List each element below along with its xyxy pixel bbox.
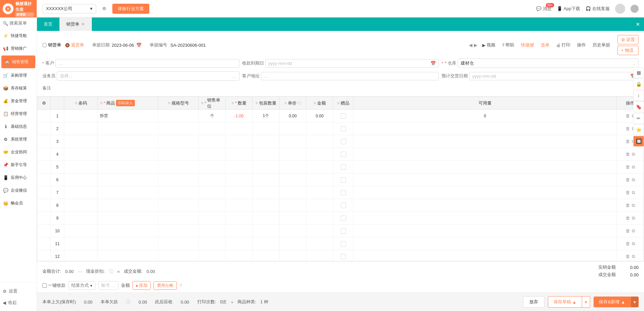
discount-info-icon[interactable]: ⓘ xyxy=(109,268,113,274)
expense-split-btn[interactable]: 费用分摊 xyxy=(153,281,177,290)
trial-btn[interactable]: 体验行业方案 xyxy=(112,4,149,14)
sidebar-item-operations[interactable]: 📋 经营管理 xyxy=(0,107,37,120)
sidebar-item-purchase[interactable]: 🛒 采购管理 xyxy=(0,69,37,82)
expected-date-input[interactable]: yyyy-mm-dd 📅 xyxy=(469,72,639,80)
message-btn[interactable]: 💬 消息 99+ xyxy=(536,6,552,12)
warehouse-input[interactable]: 建材仓 ... xyxy=(458,59,639,68)
td-price-1[interactable]: 0.00 xyxy=(279,110,306,122)
right-tool-bookmark[interactable]: 🔖 xyxy=(633,102,644,112)
copy-row-icon[interactable]: ⧉ xyxy=(632,190,635,195)
due-date-calendar-icon[interactable]: 📅 xyxy=(430,61,436,66)
sidebar-collapse-btn[interactable]: ◀ 收起 xyxy=(0,297,37,308)
td-barcode-1[interactable] xyxy=(64,110,98,122)
delete-row-icon[interactable]: 🗑 xyxy=(626,113,630,118)
avatar-2[interactable] xyxy=(631,5,639,13)
tab-home[interactable]: 首页 xyxy=(37,17,60,31)
add-payment-btn[interactable]: ● 添加 xyxy=(132,281,151,290)
copy-row-icon[interactable]: ⧉ xyxy=(632,228,635,234)
td-unit-1[interactable]: 个 xyxy=(199,110,226,122)
copy-row-icon[interactable]: ⧉ xyxy=(632,152,635,157)
sidebar-item-basic[interactable]: ℹ 基础信息 xyxy=(0,120,37,133)
radio-sale[interactable]: 销货单 xyxy=(42,42,61,48)
sidebar-item-wechat[interactable]: 💬 企业微信 xyxy=(0,184,37,197)
right-tool-lock[interactable]: 🔒 xyxy=(633,79,644,89)
logistics-btn[interactable]: + 物流 xyxy=(617,46,639,55)
delete-row-icon[interactable]: 🗑 xyxy=(626,216,630,221)
select-btn[interactable]: 选单 xyxy=(539,41,552,49)
sidebar-item-finance[interactable]: 💰 资金管理 xyxy=(0,94,37,107)
td-spec-1[interactable] xyxy=(158,110,199,122)
company-selector[interactable]: XXXXXX公司 ▾ xyxy=(42,4,96,13)
save-new-btn[interactable]: 保存&新增 ▲ xyxy=(594,297,631,307)
copy-row-icon[interactable]: ⧉ xyxy=(632,164,635,170)
due-date-input[interactable]: yyyy-mm-dd 📅 xyxy=(265,59,439,68)
delete-row-icon[interactable]: 🗑 xyxy=(626,139,630,144)
avatar[interactable] xyxy=(615,4,625,14)
history-btn[interactable]: 历史单据 xyxy=(591,41,612,49)
one-click-payment-checkbox[interactable] xyxy=(42,283,47,288)
sidebar-item-quick-nav[interactable]: ⚡ 快捷导航 xyxy=(0,29,37,42)
customer-input[interactable]: ... xyxy=(55,59,239,68)
calendar-icon[interactable]: 📅 xyxy=(136,43,142,48)
product-type-icon[interactable]: ● xyxy=(231,300,233,305)
operations-btn[interactable]: 操作 xyxy=(575,41,588,49)
copy-row-icon[interactable]: ⧉ xyxy=(632,241,635,246)
sidebar-item-inventory[interactable]: 📦 库存核算 xyxy=(0,82,37,94)
delete-row-icon[interactable]: 🗑 xyxy=(626,203,630,208)
form-settings-btn[interactable]: ⚙ 设置 xyxy=(617,35,639,44)
copy-row-icon[interactable]: ⧉ xyxy=(632,203,635,208)
sidebar-item-marketing[interactable]: 📢 营销推广 xyxy=(0,42,37,55)
radio-return[interactable]: 退货单 xyxy=(65,42,84,48)
delete-row-icon[interactable]: 🗑 xyxy=(626,126,630,131)
delete-row-icon[interactable]: 🗑 xyxy=(626,164,630,169)
one-click-payment[interactable]: 一键收款 xyxy=(42,282,66,288)
copy-row-icon[interactable]: ⧉ xyxy=(632,216,635,221)
td-product-1[interactable]: 拆货 xyxy=(98,110,158,122)
balance-total-icon[interactable]: ⓘ xyxy=(126,299,130,305)
close-all-tabs-btn[interactable]: ✕ xyxy=(636,21,640,28)
staff-input[interactable]: 选择... ... xyxy=(57,71,239,81)
delete-row-icon[interactable]: 🗑 xyxy=(626,228,630,233)
nav-prev-icon[interactable]: ◀ xyxy=(469,42,472,48)
video-btn[interactable]: ▶ 视频 xyxy=(480,41,497,49)
delete-row-icon[interactable]: 🗑 xyxy=(626,177,630,182)
help-btn[interactable]: ? 帮助 xyxy=(500,41,516,49)
delete-row-icon[interactable]: 🗑 xyxy=(626,190,630,195)
right-tool-active[interactable]: 🔲 xyxy=(633,136,644,147)
radio-sale-input[interactable] xyxy=(42,43,47,47)
sidebar-settings-btn[interactable]: ⚙ 设置 xyxy=(0,285,37,297)
print-btn[interactable]: 🖨 打印 xyxy=(554,41,572,49)
delete-row-icon[interactable]: 🗑 xyxy=(626,241,630,246)
payment-help-icon[interactable]: ? xyxy=(180,283,182,288)
online-support-btn[interactable]: 🎧 在线客服 xyxy=(585,6,610,12)
nav-next-icon[interactable]: ▶ xyxy=(474,42,478,48)
sidebar-item-sales[interactable]: 🏠 销售管理 xyxy=(1,55,35,68)
scan-barcode-btn[interactable]: 扫码录入 xyxy=(116,100,135,106)
copy-row-icon[interactable]: ⧉ xyxy=(632,254,635,259)
delete-row-icon[interactable]: 🗑 xyxy=(626,152,630,157)
right-tool-sort[interactable]: ↕ xyxy=(633,90,644,101)
sidebar-item-guide[interactable]: 📌 新手引导 xyxy=(0,158,37,171)
header-settings-btn[interactable]: ⚙ xyxy=(99,3,110,14)
radio-return-input[interactable] xyxy=(65,43,70,47)
sidebar-item-app-center[interactable]: 📱 应用中心 xyxy=(0,171,37,184)
td-packqty-1[interactable]: 1个 xyxy=(253,110,279,122)
save-new-arrow-btn[interactable]: ▾ xyxy=(631,297,639,307)
discard-btn[interactable]: 放弃 xyxy=(523,296,544,308)
right-tool-edit[interactable]: ✏ xyxy=(633,113,644,124)
td-amount-1[interactable]: 0.00 xyxy=(306,110,333,122)
save-draft-arrow-btn[interactable]: ▾ xyxy=(582,296,590,308)
tab-close-icon[interactable]: ✕ xyxy=(81,22,85,27)
save-draft-btn[interactable]: 保存草稿 ▲ xyxy=(548,296,582,308)
sidebar-item-system[interactable]: ⚙ 系统管理 xyxy=(0,133,37,146)
remark-input[interactable] xyxy=(52,84,639,92)
sidebar-item-cooperation[interactable]: 🤝 企业协同 xyxy=(0,146,37,158)
td-gift-1[interactable] xyxy=(333,110,353,122)
shortcuts-btn[interactable]: 快捷键 xyxy=(519,41,536,49)
payment-method-select[interactable]: 结算方式 ▾ xyxy=(68,281,96,290)
td-qty-1[interactable]: -1.00 xyxy=(226,110,253,122)
settings-col-icon[interactable]: ⚙ xyxy=(42,101,46,106)
sidebar-item-membership[interactable]: 👑 畅会员 xyxy=(0,197,37,209)
right-tool-grid[interactable]: ▦ xyxy=(633,67,644,78)
search-menu[interactable]: 🔍 搜索菜单 xyxy=(0,17,37,29)
